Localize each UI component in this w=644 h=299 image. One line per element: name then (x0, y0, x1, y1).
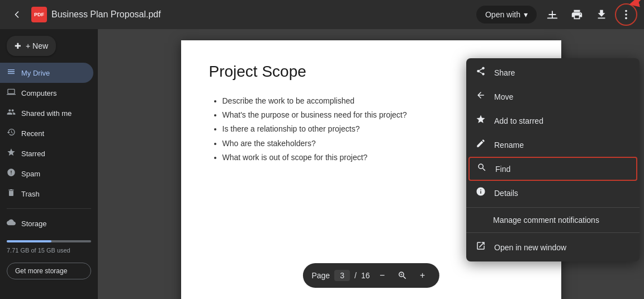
shared-icon (7, 108, 16, 119)
svg-point-3 (625, 17, 627, 20)
move-icon (475, 90, 486, 103)
sidebar-item-storage[interactable]: Storage (0, 213, 93, 233)
storage-text: 7.71 GB of 15 GB used (7, 247, 70, 254)
menu-item-open-new-label: Open in new window (494, 243, 631, 252)
menu-item-find-label: Find (495, 165, 629, 174)
recent-icon (7, 128, 16, 139)
sidebar-item-shared[interactable]: Shared with me (0, 103, 93, 123)
menu-item-details[interactable]: Details (466, 181, 640, 205)
open-new-icon (475, 241, 486, 254)
page-input[interactable] (334, 270, 350, 281)
storage-section: 7.71 GB of 15 GB used (0, 233, 98, 259)
menu-item-details-label: Details (494, 189, 631, 198)
sidebar: ✚ + New My Drive Computers Shared with m… (0, 29, 98, 299)
sidebar-item-spam[interactable]: Spam (0, 163, 93, 184)
sidebar-item-starred[interactable]: Starred (0, 143, 93, 163)
svg-point-2 (625, 13, 627, 16)
sidebar-item-label-shared: Shared with me (21, 109, 72, 118)
menu-item-open-new[interactable]: Open in new window (466, 235, 640, 259)
trash-icon (7, 188, 16, 199)
find-icon (476, 162, 487, 175)
sidebar-item-my-drive[interactable]: My Drive (0, 63, 93, 83)
main-area: ✚ + New My Drive Computers Shared with m… (0, 29, 644, 299)
menu-item-add-starred[interactable]: Add to starred (466, 109, 640, 133)
my-drive-icon (7, 67, 16, 78)
page-navigation: Page / 16 − + (302, 263, 439, 288)
sidebar-divider (7, 208, 91, 209)
details-icon (475, 186, 486, 199)
spam-icon (7, 168, 16, 179)
sidebar-item-trash[interactable]: Trash (0, 184, 93, 204)
pdf-icon: PDF (31, 7, 47, 22)
sidebar-item-label-storage: Storage (21, 219, 47, 228)
menu-item-find[interactable]: Find (468, 157, 637, 181)
sidebar-item-label-starred: Starred (21, 150, 45, 158)
add-starred-icon (475, 114, 486, 127)
svg-point-1 (625, 10, 627, 12)
menu-item-manage-comments[interactable]: Manage comment notifications (466, 210, 640, 230)
get-more-storage-button[interactable]: Get more storage (7, 263, 91, 279)
menu-item-manage-comments-label: Manage comment notifications (493, 216, 599, 225)
content-area: Project Scope Describe the work to be ac… (98, 29, 644, 299)
open-with-button[interactable]: Open with ▾ (476, 6, 537, 24)
new-icon: ✚ (15, 41, 21, 50)
starred-icon (7, 148, 16, 159)
storage-bar-fill (7, 240, 51, 242)
menu-item-move[interactable]: Move (466, 85, 640, 109)
sidebar-item-label-computers: Computers (21, 89, 57, 97)
add-to-drive-button[interactable] (541, 3, 564, 26)
new-button[interactable]: ✚ + New (7, 36, 56, 56)
back-button[interactable] (7, 4, 27, 25)
more-button-wrapper (615, 3, 637, 26)
sidebar-item-computers[interactable]: Computers (0, 83, 93, 103)
menu-item-share[interactable]: Share (466, 60, 640, 85)
zoom-button[interactable] (395, 268, 410, 283)
top-bar: PDF Business Plan Proposal.pdf Open with… (0, 0, 644, 29)
total-pages: 16 (361, 271, 370, 280)
more-button[interactable] (615, 3, 637, 26)
menu-divider-2 (466, 232, 640, 233)
rename-icon (475, 138, 486, 151)
menu-item-share-label: Share (494, 68, 631, 77)
menu-item-add-starred-label: Add to starred (494, 116, 631, 125)
dropdown-menu: Share Move Add to starred (466, 58, 640, 261)
print-button[interactable] (566, 3, 588, 26)
download-button[interactable] (590, 3, 613, 26)
storage-bar-bg (7, 240, 91, 242)
share-icon (475, 66, 486, 79)
menu-item-move-label: Move (494, 92, 631, 101)
page-label: Page (311, 271, 330, 280)
zoom-out-button[interactable]: − (375, 268, 390, 283)
storage-icon (7, 218, 16, 229)
sidebar-item-label-trash: Trash (21, 190, 40, 198)
zoom-in-button[interactable]: + (415, 268, 430, 283)
sidebar-item-label-spam: Spam (21, 170, 40, 178)
sidebar-item-recent[interactable]: Recent (0, 123, 93, 143)
computers-icon (7, 87, 16, 99)
top-actions (541, 3, 637, 26)
page-separator: / (354, 271, 357, 280)
svg-rect-0 (547, 18, 557, 19)
sidebar-item-label-my-drive: My Drive (21, 69, 50, 77)
file-title: Business Plan Proposal.pdf (51, 10, 472, 20)
menu-item-rename-label: Rename (494, 141, 631, 150)
menu-divider-1 (466, 207, 640, 208)
sidebar-item-label-recent: Recent (21, 129, 44, 138)
menu-item-rename[interactable]: Rename (466, 133, 640, 157)
